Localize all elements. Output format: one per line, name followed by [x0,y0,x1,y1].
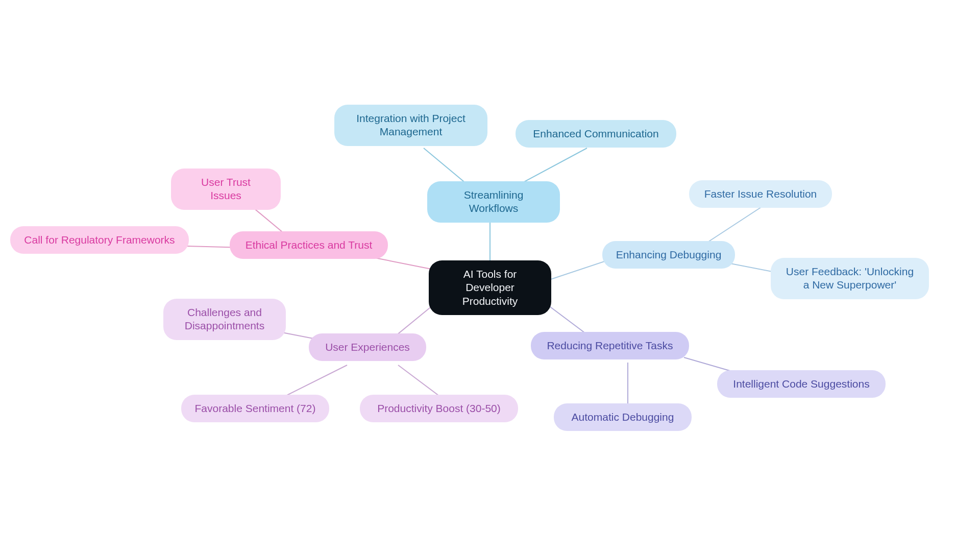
svg-line-6 [516,148,587,186]
branch-experiences[interactable]: User Experiences [309,333,426,361]
leaf-autodebug[interactable]: Automatic Debugging [554,403,692,431]
branch-repetitive[interactable]: Reducing Repetitive Tasks [531,332,689,359]
branch-ethics-label: Ethical Practices and Trust [246,238,373,252]
leaf-faster-label: Faster Issue Resolution [704,187,817,201]
leaf-favorable-label: Favorable Sentiment (72) [195,402,316,415]
branch-workflows[interactable]: Streamlining Workflows [427,181,560,223]
leaf-faster[interactable]: Faster Issue Resolution [689,180,832,208]
leaf-communication[interactable]: Enhanced Communication [516,120,676,148]
branch-repetitive-label: Reducing Repetitive Tasks [547,339,673,352]
leaf-suggestions-label: Intelligent Code Suggestions [733,377,869,391]
center-label: AI Tools for Developer Productivity [442,268,538,308]
leaf-challenges[interactable]: Challenges and Disappointments [163,299,286,340]
branch-debugging-label: Enhancing Debugging [616,248,722,261]
branch-ethics[interactable]: Ethical Practices and Trust [230,231,388,259]
leaf-regulatory[interactable]: Call for Regulatory Frameworks [10,226,189,254]
leaf-autodebug-label: Automatic Debugging [572,411,674,424]
leaf-integration[interactable]: Integration with Project Management [334,105,487,146]
leaf-challenges-label: Challenges and Disappointments [177,306,273,333]
leaf-boost[interactable]: Productivity Boost (30-50) [360,395,518,422]
leaf-trust-label: User Trust Issues [184,176,267,203]
leaf-trust[interactable]: User Trust Issues [171,169,281,210]
leaf-integration-label: Integration with Project Management [348,112,474,139]
leaf-communication-label: Enhanced Communication [533,127,658,140]
branch-experiences-label: User Experiences [325,341,410,354]
center-node[interactable]: AI Tools for Developer Productivity [429,260,551,315]
leaf-boost-label: Productivity Boost (30-50) [377,402,501,415]
leaf-regulatory-label: Call for Regulatory Frameworks [24,233,175,247]
leaf-feedback[interactable]: User Feedback: 'Unlocking a New Superpow… [771,258,929,299]
svg-line-5 [424,148,470,186]
leaf-favorable[interactable]: Favorable Sentiment (72) [181,395,329,422]
leaf-feedback-label: User Feedback: 'Unlocking a New Superpow… [784,265,916,292]
leaf-suggestions[interactable]: Intelligent Code Suggestions [717,370,886,398]
branch-workflows-label: Streamlining Workflows [440,188,547,215]
branch-debugging[interactable]: Enhancing Debugging [602,241,735,269]
